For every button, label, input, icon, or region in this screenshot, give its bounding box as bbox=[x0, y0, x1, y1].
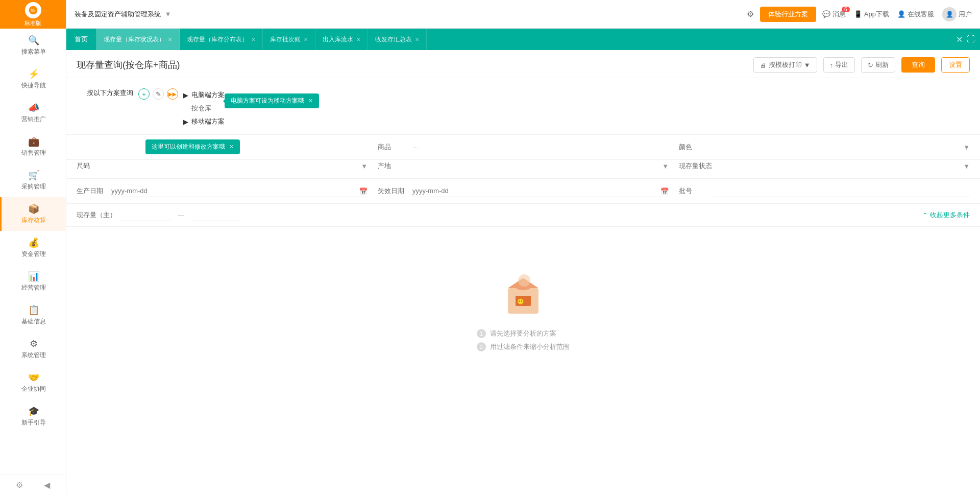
fullscreen-btn[interactable]: ⛶ bbox=[967, 35, 975, 44]
trial-btn[interactable]: 体验行业方案 bbox=[760, 7, 816, 22]
filter-scheme-label: 按以下方案查询 bbox=[87, 88, 133, 98]
sidebar-item-system[interactable]: ⚙ 系统管理 bbox=[0, 332, 66, 366]
expire-date-input[interactable] bbox=[412, 185, 669, 197]
avatar: 👤 bbox=[942, 7, 957, 21]
quicknav-icon: ⚡ bbox=[28, 68, 39, 80]
operations-icon: 📊 bbox=[28, 271, 39, 282]
filter-field-color: 颜色 ▼ bbox=[679, 141, 970, 153]
stock-main-from[interactable] bbox=[120, 209, 172, 221]
calendar-icon-produce[interactable]: 📅 bbox=[359, 187, 368, 195]
basicinfo-icon: 📋 bbox=[28, 304, 39, 316]
sub-item-label: 按仓库 bbox=[191, 104, 211, 113]
refresh-btn[interactable]: ↻ 刷新 bbox=[861, 57, 895, 73]
app-download-btn[interactable]: 📱 App下载 bbox=[854, 10, 889, 19]
empty-tip-2: 2 用过滤条件来缩小分析范围 bbox=[477, 340, 570, 353]
sidebar-item-marketing[interactable]: 📣 营销推广 bbox=[0, 96, 66, 130]
filter-field-stock-main: 现存量（主） — bbox=[77, 209, 372, 221]
sidebar-item-operations[interactable]: 📊 经营管理 bbox=[0, 265, 66, 298]
tab-close-icon[interactable]: ✕ bbox=[304, 37, 308, 42]
tab-collect[interactable]: 收发存汇总表 ✕ bbox=[368, 29, 427, 50]
message-btn[interactable]: 💬 6 消息 bbox=[822, 10, 846, 19]
dropdown-icon[interactable]: ▼ bbox=[165, 10, 172, 18]
service-btn[interactable]: 👤 在线客服 bbox=[897, 10, 934, 19]
sidebar-item-enterprise[interactable]: 🤝 企业协同 bbox=[0, 366, 66, 399]
user-btn[interactable]: 👤 用户 bbox=[942, 7, 972, 21]
scheme-mobile-label: 移动端方案 bbox=[191, 117, 225, 126]
sidebar-item-inventory[interactable]: 📦 库存核算 bbox=[0, 197, 66, 231]
collapse-label: 收起更多条件 bbox=[930, 210, 970, 220]
page-header: 现存量查询(按仓库+商品) 🖨 按模板打印 ▼ ↑ 导出 ↻ 刷新 bbox=[66, 50, 980, 78]
sidebar-item-search[interactable]: 🔍 搜索菜单 bbox=[0, 29, 66, 62]
filter-field-produce-date: 生产日期 📅 bbox=[77, 185, 368, 197]
add-scheme-btn[interactable]: + bbox=[138, 88, 150, 100]
sales-icon: 💼 bbox=[28, 136, 39, 147]
tab-close-icon[interactable]: ✕ bbox=[168, 37, 172, 42]
tab-home[interactable]: 首页 bbox=[66, 29, 96, 50]
filter-fields-row2: 尺码 ▼ 产地 ▼ 现存量状态 bbox=[66, 160, 980, 179]
search-btn[interactable]: 查询 bbox=[901, 57, 935, 73]
gear-icon[interactable]: ⚙ bbox=[747, 9, 754, 19]
dropdown-arrow: ▼ bbox=[804, 61, 811, 69]
collapse-icon: ⌃ bbox=[922, 211, 928, 219]
scheme-tree-mobile[interactable]: ▶ 移动端方案 bbox=[183, 115, 244, 128]
print-btn[interactable]: 🖨 按模板打印 ▼ bbox=[753, 57, 817, 73]
calendar-icon-expire[interactable]: 📅 bbox=[660, 187, 669, 195]
tab-close-icon[interactable]: ✕ bbox=[251, 37, 255, 42]
message-badge: 6 bbox=[842, 7, 850, 12]
finance-icon: 💰 bbox=[28, 237, 39, 248]
sidebar-item-basicinfo[interactable]: 📋 基础信息 bbox=[0, 298, 66, 332]
stock-main-to[interactable] bbox=[190, 209, 241, 221]
sidebar-settings-btn[interactable]: ⚙ bbox=[16, 480, 23, 490]
tab-close-icon[interactable]: ✕ bbox=[415, 37, 419, 42]
refresh-icon: ↻ bbox=[868, 61, 873, 69]
export-btn[interactable]: ↑ 导出 bbox=[823, 57, 855, 73]
batch-input[interactable] bbox=[714, 185, 970, 197]
tab-inout[interactable]: 出入库流水 ✕ bbox=[315, 29, 368, 50]
tabbar: 首页 现存量（库存状况表） ✕ 现存量（库存分布表） ✕ 库存批次账 ✕ 出入库… bbox=[66, 29, 980, 50]
tab-batch[interactable]: 库存批次账 ✕ bbox=[263, 29, 315, 50]
sidebar-item-guide[interactable]: 🎓 新手引导 bbox=[0, 399, 66, 433]
message-icon: 💬 bbox=[822, 10, 830, 18]
empty-tip-1: 1 请先选择要分析的方案 bbox=[477, 327, 570, 340]
logo-icon: 畅 bbox=[25, 2, 41, 18]
sidebar-menu: 🔍 搜索菜单 ⚡ 快捷导航 📣 营销推广 💼 销售管理 🛒 采购管理 📦 库存核… bbox=[0, 29, 66, 433]
service-label: 在线客服 bbox=[908, 10, 934, 19]
back-btn[interactable]: ◀◀ bbox=[167, 88, 178, 100]
sidebar-item-finance[interactable]: 💰 资金管理 bbox=[0, 231, 66, 265]
sidebar-item-purchase[interactable]: 🛒 采购管理 bbox=[0, 163, 66, 197]
set-btn[interactable]: 设置 bbox=[941, 57, 970, 73]
tip-text-1: 请先选择要分析的方案 bbox=[490, 327, 556, 340]
sidebar-item-quicknav[interactable]: ⚡ 快捷导航 bbox=[0, 62, 66, 96]
color-select-wrap: ▼ bbox=[714, 141, 970, 153]
filter-field-batch: 批号 bbox=[679, 185, 970, 197]
filter-area: 按以下方案查询 + ✎ ◀◀ ▶ 电脑端方案 bbox=[66, 78, 980, 135]
produce-date-input[interactable] bbox=[111, 185, 368, 197]
tab-close-icon[interactable]: ✕ bbox=[356, 37, 360, 42]
sidebar-collapse-btn[interactable]: ◀ bbox=[44, 480, 50, 490]
print-label: 按模板打印 bbox=[769, 60, 802, 69]
system-title: 装备及固定资产辅助管理系统 ▼ bbox=[75, 10, 741, 19]
refresh-label: 刷新 bbox=[875, 60, 889, 69]
filter-fields-row3: 生产日期 📅 失效日期 📅 批号 bbox=[66, 179, 980, 204]
sidebar-item-label: 库存核算 bbox=[21, 216, 46, 225]
collapse-btn[interactable]: ⌃ 收起更多条件 bbox=[922, 210, 970, 220]
tooltip-close-2[interactable]: ✕ bbox=[229, 144, 234, 150]
sidebar-item-label: 采购管理 bbox=[21, 182, 46, 191]
tab-inventory-status[interactable]: 现存量（库存状况表） ✕ bbox=[96, 29, 180, 50]
sku-more-icon[interactable]: ··· bbox=[412, 143, 419, 151]
tab-inventory-dist[interactable]: 现存量（库存分布表） ✕ bbox=[180, 29, 263, 50]
sidebar-item-label: 经营管理 bbox=[21, 284, 46, 292]
close-tab-btn[interactable]: ✕ bbox=[956, 35, 963, 44]
sidebar-item-label: 企业协同 bbox=[21, 385, 46, 393]
inventory-icon: 📦 bbox=[28, 203, 39, 215]
page-actions: 🖨 按模板打印 ▼ ↑ 导出 ↻ 刷新 查询 设置 bbox=[753, 57, 970, 73]
scheme-tooltip: 电脑方案可设为移动方案哦 ✕ bbox=[225, 93, 319, 108]
tree-arrow: ▶ bbox=[183, 91, 188, 99]
tooltip-close-1[interactable]: ✕ bbox=[308, 98, 313, 104]
filter-icons: + ✎ ◀◀ bbox=[138, 88, 178, 100]
edit-scheme-btn[interactable]: ✎ bbox=[153, 88, 164, 100]
stock-dash: — bbox=[176, 211, 186, 219]
sidebar-item-sales[interactable]: 💼 销售管理 bbox=[0, 130, 66, 163]
sidebar-item-label: 快捷导航 bbox=[21, 81, 46, 90]
tab-label: 现存量（库存状况表） bbox=[104, 35, 165, 44]
